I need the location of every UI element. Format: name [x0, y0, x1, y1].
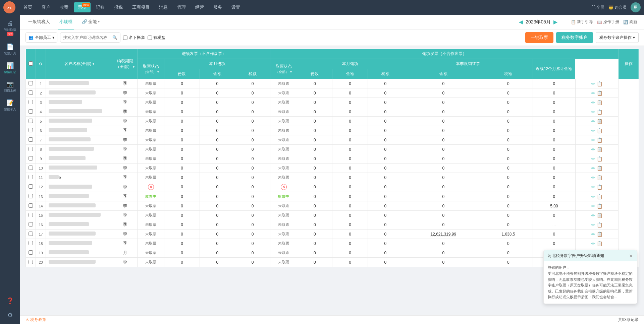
nav-home[interactable]: 首页 [19, 2, 36, 12]
th-period-filter-icon[interactable]: ▾ [133, 65, 135, 69]
edit-action-icon[interactable]: ✏ [591, 90, 595, 96]
copy-action-icon[interactable]: 📋 [597, 232, 602, 237]
copy-action-icon[interactable]: 📋 [597, 222, 602, 228]
sidebar-item-help[interactable]: ❓ [1, 295, 19, 307]
tax-policy-link[interactable]: ⚠ 税务政策 [25, 317, 46, 323]
copy-action-icon[interactable]: 📋 [597, 137, 602, 143]
one-key-ticket-btn[interactable]: 一键取票 [525, 32, 553, 43]
nav-message[interactable]: 消息 [155, 2, 172, 12]
copy-action-icon[interactable]: 📋 [597, 81, 602, 86]
nav-service[interactable]: 服务 [209, 2, 226, 12]
th-out-status-filter-icon[interactable]: ▾ [290, 70, 292, 74]
has-tax-checkbox-label[interactable]: 有税盘 [148, 35, 165, 41]
copy-action-icon[interactable]: 📋 [597, 175, 602, 180]
edit-action-icon[interactable]: ✏ [591, 175, 595, 180]
sidebar-item-ticket-summary[interactable]: 📊 票据汇总 [1, 59, 19, 77]
new-guide-btn[interactable]: 📋 新手引导 [571, 19, 593, 25]
sub-ledger-checkbox[interactable] [123, 36, 127, 40]
period-prev-btn[interactable]: ◀ [519, 19, 523, 25]
notification-close-btn[interactable]: ✕ [629, 253, 633, 259]
tab-full-ability[interactable]: 🔗 全能 ▾ [80, 15, 101, 29]
nav-tax[interactable]: 报税 [110, 2, 127, 12]
has-tax-checkbox[interactable] [148, 36, 152, 40]
row-checkbox[interactable] [29, 81, 33, 85]
nav-ticket[interactable]: 票据 new [74, 2, 91, 12]
search-input[interactable] [63, 35, 111, 40]
member-btn[interactable]: 👑 购会员 [608, 5, 627, 10]
copy-action-icon[interactable]: 📋 [597, 203, 602, 209]
period-next-btn[interactable]: ▶ [553, 19, 557, 25]
tax-digital-account-btn[interactable]: 税务数字账户 [556, 32, 593, 43]
tab-general-taxpayer[interactable]: 一般纳税人 [27, 15, 51, 29]
nav-operation[interactable]: 经营 [191, 2, 208, 12]
row-checkbox[interactable] [29, 147, 33, 151]
edit-action-icon[interactable]: ✏ [591, 156, 595, 161]
tab-small-scale[interactable]: 小规模 [58, 15, 74, 29]
copy-action-icon[interactable]: 📋 [597, 194, 602, 199]
tax-digital-ops-btn[interactable]: 税务数字账户操作 ▾ [596, 32, 639, 43]
copy-action-icon[interactable]: 📋 [597, 156, 602, 161]
nav-settings[interactable]: 设置 [227, 2, 244, 12]
row-checkbox[interactable] [29, 203, 33, 208]
row-checkbox[interactable] [29, 128, 33, 132]
row-checkbox[interactable] [29, 260, 33, 264]
nav-client[interactable]: 客户 [38, 2, 54, 12]
edit-action-icon[interactable]: ✏ [591, 100, 595, 105]
edit-action-icon[interactable]: ✏ [591, 81, 595, 86]
copy-action-icon[interactable]: 📋 [597, 147, 602, 152]
row-checkbox[interactable] [29, 109, 33, 114]
row-checkbox[interactable] [29, 90, 33, 95]
row-checkbox[interactable] [29, 166, 33, 170]
sidebar-item-invoice-open[interactable]: 📄 发票开具 [1, 41, 19, 58]
sidebar-item-settings[interactable]: ⚙ [1, 309, 19, 321]
refresh-btn[interactable]: 🔄 刷新 [623, 19, 637, 25]
copy-action-icon[interactable]: 📋 [597, 128, 602, 133]
copy-action-icon[interactable]: 📋 [597, 109, 602, 115]
row-checkbox[interactable] [29, 119, 33, 123]
edit-action-icon[interactable]: ✏ [591, 137, 595, 143]
row-checkbox[interactable] [29, 194, 33, 198]
row-checkbox[interactable] [29, 184, 33, 189]
row-checkbox[interactable] [29, 175, 33, 179]
fullscreen-btn[interactable]: ⛶ 全屏 [591, 5, 604, 10]
edit-action-icon[interactable]: ✏ [591, 147, 595, 152]
row-checkbox[interactable] [29, 100, 33, 104]
copy-action-icon[interactable]: 📋 [597, 166, 602, 171]
employee-select[interactable]: 👥 全部员工 ▾ [25, 33, 57, 43]
sidebar-item-scan-upload[interactable]: 📷 扫描上传 [1, 78, 19, 95]
copy-action-icon[interactable]: 📋 [597, 213, 602, 218]
th-in-status-filter-icon[interactable]: ▾ [157, 70, 159, 74]
row-checkbox[interactable] [29, 250, 33, 255]
row-checkbox[interactable] [29, 137, 33, 142]
nav-manage[interactable]: 管理 [173, 2, 190, 12]
copy-action-icon[interactable]: 📋 [597, 90, 602, 96]
edit-action-icon[interactable]: ✏ [591, 213, 595, 218]
sidebar-item-ticket-entry[interactable]: 📝 票据录入 [1, 96, 19, 114]
nav-biz[interactable]: 工商项目 [128, 2, 154, 12]
edit-action-icon[interactable]: ✏ [591, 166, 595, 171]
edit-action-icon[interactable]: ✏ [591, 222, 595, 228]
row-checkbox[interactable] [29, 232, 33, 236]
copy-action-icon[interactable]: 📋 [597, 100, 602, 105]
nav-fee[interactable]: 收费 [56, 2, 72, 12]
row-checkbox[interactable] [29, 222, 33, 226]
th-client-filter-icon[interactable]: ▾ [93, 62, 94, 66]
user-avatar[interactable]: 用 [631, 2, 641, 12]
search-icon[interactable]: 🔍 [112, 35, 117, 40]
copy-action-icon[interactable]: 📋 [597, 241, 602, 246]
edit-action-icon[interactable]: ✏ [591, 119, 595, 124]
nav-accounting[interactable]: 记账 [92, 2, 109, 12]
row-checkbox[interactable] [29, 156, 33, 160]
edit-action-icon[interactable]: ✏ [591, 184, 595, 190]
manual-btn[interactable]: 📖 操作手册 [597, 19, 619, 25]
row-checkbox[interactable] [29, 213, 33, 217]
edit-action-icon[interactable]: ✏ [591, 203, 595, 209]
edit-action-icon[interactable]: ✏ [591, 109, 595, 115]
table-settings-icon[interactable]: ⚙ [39, 62, 43, 66]
edit-action-icon[interactable]: ✏ [591, 232, 595, 237]
sidebar-item-smart-ticket[interactable]: 🖨 智能取票 new [1, 17, 19, 39]
sub-ledger-checkbox-label[interactable]: 名下帐套 [123, 35, 145, 41]
copy-action-icon[interactable]: 📋 [597, 119, 602, 124]
edit-action-icon[interactable]: ✏ [591, 194, 595, 199]
edit-action-icon[interactable]: ✏ [591, 241, 595, 246]
